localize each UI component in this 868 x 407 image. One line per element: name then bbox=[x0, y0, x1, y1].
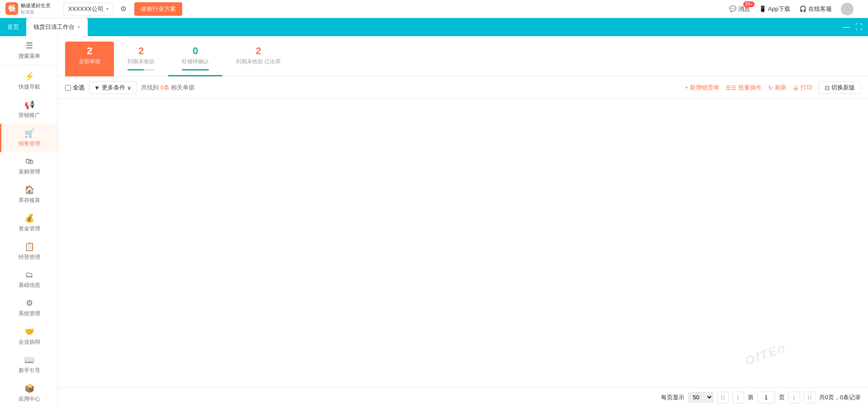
main-layout: ☰ 搜索菜单 ⚡ 快捷导航 📢 营销推广 🛒 销售管理 🛍 采购管理 🏠 库存核… bbox=[0, 36, 868, 407]
page-input[interactable] bbox=[757, 392, 775, 403]
messages-badge: 99+ bbox=[743, 1, 755, 7]
sidebar-item-app-center[interactable]: 📦 应用中心 bbox=[0, 379, 57, 407]
add-sales-order-button[interactable]: + 新增销货单 bbox=[685, 84, 719, 92]
purchase-icon: 🛍 bbox=[25, 157, 33, 166]
operations-icon: 📋 bbox=[24, 242, 34, 252]
content-area: 2 全部单据 2 到期未收款 0 旺铺待确认 2 到期未收款 已出库 bbox=[58, 36, 868, 407]
print-button[interactable]: 🖨 打印 bbox=[793, 84, 812, 92]
switch-version-button[interactable]: ⊡ 切换新版 bbox=[819, 81, 861, 94]
sidebar-item-purchase[interactable]: 🛍 采购管理 bbox=[0, 152, 57, 180]
guide-icon: 📖 bbox=[24, 355, 34, 365]
tab-active[interactable]: 钱货日清工作台 × bbox=[26, 18, 88, 36]
quick-nav-icon: ⚡ bbox=[24, 71, 34, 81]
stat-overdue-shipped-number: 2 bbox=[256, 45, 261, 57]
print-label: 打印 bbox=[801, 84, 812, 92]
first-page-button[interactable]: ⟨⟨ bbox=[717, 392, 729, 403]
stat-overdue-shipped-label: 到期未收款 已出库 bbox=[236, 58, 281, 65]
tab-close-icon[interactable]: × bbox=[77, 24, 80, 30]
switch-icon: ⊡ bbox=[825, 84, 830, 91]
logo-text: 畅捷通好生意 标准版 bbox=[21, 2, 51, 15]
basic-info-icon: 🗂 bbox=[25, 270, 33, 280]
filter-chevron: ∨ bbox=[127, 84, 132, 91]
app-icon: 📱 bbox=[759, 5, 766, 12]
filter-button[interactable]: ▼ 更多条件 ∨ bbox=[89, 81, 137, 94]
found-count: 0条 bbox=[160, 84, 170, 91]
refresh-button[interactable]: ↻ 刷新 bbox=[768, 84, 787, 92]
sidebar-basic-info-label: 基础信息 bbox=[19, 281, 40, 289]
tab-bar: 首页 钱货日清工作台 × — ⛶ bbox=[0, 18, 868, 36]
tab-maximize-button[interactable]: ⛶ bbox=[854, 21, 864, 33]
app-download-btn[interactable]: 📱 App下载 bbox=[759, 5, 790, 13]
tab-minimize-button[interactable]: — bbox=[841, 21, 852, 33]
app-center-icon: 📦 bbox=[24, 384, 34, 393]
sidebar-marketing-label: 营销推广 bbox=[19, 112, 40, 119]
per-page-label: 每页显示 bbox=[661, 393, 684, 402]
online-service-label: 在线客服 bbox=[808, 5, 832, 13]
company-selector[interactable]: XXXXXX公司 ▾ bbox=[63, 3, 113, 15]
enterprise-icon: 🤝 bbox=[24, 327, 34, 337]
logo-title: 畅捷通好生意 bbox=[21, 2, 51, 9]
page-size-select[interactable]: 50 100 200 bbox=[688, 392, 713, 402]
stat-pending-fill bbox=[182, 69, 209, 70]
page-label: 第 bbox=[748, 393, 754, 402]
select-all-checkbox[interactable]: 全选 bbox=[65, 84, 85, 92]
next-page-button[interactable]: ⟩ bbox=[788, 392, 800, 403]
batch-operation-button[interactable]: ☰☰ 批量操作 bbox=[726, 84, 762, 92]
settings-icon[interactable]: ⚙ bbox=[117, 3, 130, 15]
logo-area: 畅 畅捷通好生意 标准版 bbox=[5, 2, 63, 15]
sidebar-item-finance[interactable]: 💰 资金管理 bbox=[0, 209, 57, 237]
avatar[interactable] bbox=[841, 3, 854, 15]
stat-overdue-progress bbox=[127, 69, 155, 70]
sidebar-item-system[interactable]: ⚙ 系统管理 bbox=[0, 294, 57, 322]
messages-btn[interactable]: 💬 消息 99+ bbox=[729, 5, 750, 13]
found-suffix: 相关单据 bbox=[171, 84, 194, 91]
sidebar-item-search[interactable]: ☰ 搜索菜单 bbox=[0, 36, 57, 65]
prev-page-button[interactable]: ⟨ bbox=[732, 392, 744, 403]
stat-tab-overdue-shipped[interactable]: 2 到期未收款 已出库 bbox=[222, 42, 294, 76]
found-prefix: 共找到 bbox=[141, 84, 159, 91]
stat-tab-all[interactable]: 2 全部单据 bbox=[65, 42, 114, 76]
sidebar-finance-label: 资金管理 bbox=[19, 225, 40, 233]
last-page-button[interactable]: ⟩⟩ bbox=[804, 392, 816, 403]
batch-label: 批量操作 bbox=[738, 84, 762, 92]
inventory-icon: 🏠 bbox=[24, 185, 34, 195]
sales-icon: 🛒 bbox=[24, 128, 34, 138]
sidebar-item-basic-info[interactable]: 🗂 基础信息 bbox=[0, 266, 57, 294]
checkbox-all-input[interactable] bbox=[65, 85, 71, 91]
online-service-btn[interactable]: 🎧 在线客服 bbox=[799, 5, 832, 13]
stat-tab-pending[interactable]: 0 旺铺待确认 bbox=[168, 42, 222, 76]
trial-button[interactable]: 体验行业方案 bbox=[134, 2, 182, 16]
sidebar-item-marketing[interactable]: 📢 营销推广 bbox=[0, 95, 57, 124]
service-icon: 🎧 bbox=[799, 5, 807, 12]
sidebar-item-inventory[interactable]: 🏠 库存核算 bbox=[0, 180, 57, 209]
stat-pending-label: 旺铺待确认 bbox=[182, 58, 209, 65]
app-download-label: App下载 bbox=[768, 5, 790, 13]
sidebar-item-sales[interactable]: 🛒 销售管理 bbox=[0, 124, 57, 152]
stat-overdue-label: 到期未收款 bbox=[127, 58, 155, 65]
sidebar-sales-label: 销售管理 bbox=[19, 140, 40, 148]
stat-pending-number: 0 bbox=[193, 45, 198, 57]
print-icon: 🖨 bbox=[793, 84, 799, 91]
filter-icon: ▼ bbox=[94, 84, 100, 91]
table-area bbox=[58, 99, 868, 387]
sidebar-search-label: 搜索菜单 bbox=[19, 52, 40, 60]
sidebar-item-quick-nav[interactable]: ⚡ 快捷导航 bbox=[0, 67, 57, 95]
stat-all-number: 2 bbox=[87, 45, 92, 57]
stats-tabs: 2 全部单据 2 到期未收款 0 旺铺待确认 2 到期未收款 已出库 bbox=[58, 36, 868, 77]
marketing-icon: 📢 bbox=[24, 100, 34, 110]
tab-bar-actions: — ⛶ bbox=[841, 21, 868, 33]
tab-active-label: 钱货日清工作台 bbox=[33, 23, 75, 31]
sidebar-system-label: 系统管理 bbox=[19, 310, 40, 318]
system-icon: ⚙ bbox=[26, 298, 33, 308]
switch-label: 切换新版 bbox=[831, 84, 855, 92]
stat-all-label: 全部单据 bbox=[79, 58, 100, 65]
sidebar-item-guide[interactable]: 📖 新手引导 bbox=[0, 351, 57, 379]
logo-icon: 畅 bbox=[5, 2, 18, 15]
tab-home[interactable]: 首页 bbox=[0, 18, 26, 36]
sidebar-item-operations[interactable]: 📋 经营管理 bbox=[0, 237, 57, 266]
sidebar-enterprise-label: 企业协同 bbox=[19, 338, 40, 346]
stat-overdue-number: 2 bbox=[138, 45, 144, 57]
sidebar-item-enterprise[interactable]: 🤝 企业协同 bbox=[0, 322, 57, 351]
stat-tab-overdue[interactable]: 2 到期未收款 bbox=[114, 42, 168, 76]
total-label: 共0页，0条记录 bbox=[819, 393, 861, 402]
